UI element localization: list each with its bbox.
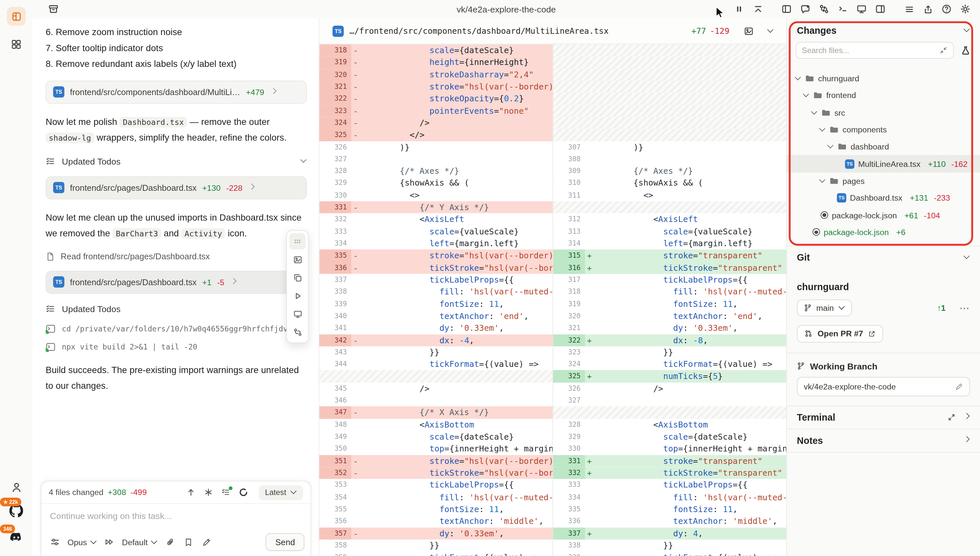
lines-removed: -233	[934, 194, 950, 203]
updated-todos-row[interactable]: Updated Todos	[45, 304, 307, 314]
tree-folder-src[interactable]: src	[787, 104, 980, 121]
workspace-button[interactable]	[7, 7, 26, 26]
notes-section-header[interactable]: Notes	[787, 430, 980, 452]
settings-gear-icon[interactable]	[958, 2, 972, 16]
fast-forward-icon[interactable]	[103, 536, 116, 548]
expand-icon[interactable]	[948, 414, 956, 422]
model-selector[interactable]: Opus	[67, 538, 98, 547]
assistant-numbered-list: 6. Remove zoom instruction noise 7. Soft…	[45, 24, 307, 72]
send-button[interactable]: Send	[266, 533, 304, 551]
diff-row: 320- strokeDasharray="2,4"	[319, 68, 786, 81]
branch-selector[interactable]: main	[797, 299, 852, 316]
asterisk-icon[interactable]	[204, 488, 213, 497]
chat-bubble-icon[interactable]	[798, 2, 812, 16]
tree-folder-pages[interactable]: pages	[787, 173, 980, 189]
spinner-icon[interactable]	[239, 488, 248, 497]
terminal-section-header[interactable]: Terminal	[787, 406, 980, 429]
help-icon[interactable]	[940, 2, 954, 16]
chat-transcript[interactable]: 6. Remove zoom instruction noise 7. Soft…	[32, 18, 318, 478]
chevron-down-icon	[827, 142, 833, 149]
chevron-right-icon	[249, 183, 255, 189]
typescript-icon: TS	[837, 194, 846, 203]
git-compare-icon[interactable]	[289, 324, 306, 340]
file-card-name: frontend/src/pages/Dashboard.tsx	[70, 277, 197, 287]
menu-icon[interactable]	[902, 2, 916, 16]
message-input[interactable]	[41, 504, 311, 534]
diff-line-new: 338 }}	[553, 539, 786, 551]
tree-folder-components[interactable]: components	[787, 121, 980, 138]
inbox-icon[interactable]	[46, 2, 61, 16]
file-change-card-dashboard-2[interactable]: TS frontend/src/pages/Dashboard.tsx +1 -…	[45, 270, 307, 294]
open-pr-button[interactable]: Open PR #7	[797, 325, 883, 343]
changes-section-header[interactable]: Changes	[787, 18, 980, 42]
file-change-card-dashboard[interactable]: TS frontend/src/pages/Dashboard.tsx +130…	[45, 176, 307, 199]
updated-todos-row[interactable]: Updated Todos	[45, 156, 307, 166]
checklist-icon	[45, 156, 56, 166]
share-icon[interactable]	[921, 2, 935, 16]
tree-file-package-lock.json[interactable]: package-lock.json+6	[787, 223, 980, 241]
read-file-row[interactable]: Read frontend/src/pages/Dashboard.tsx	[45, 252, 307, 261]
terminal-icon[interactable]	[836, 2, 850, 16]
diff-row: 357- dy: '0.33em',337+ dy: 4,	[319, 527, 786, 539]
terminal-command-row[interactable]: ✓ cd /private/var/folders/10/h7w0q46556g…	[45, 323, 307, 334]
git-compare-icon[interactable]	[817, 2, 831, 16]
tree-file-package-lock.json[interactable]: package-lock.json+61-104	[787, 207, 980, 223]
todo-list-icon[interactable]	[221, 488, 231, 497]
account-icon[interactable]	[10, 482, 22, 493]
diff-line-old: 353 tickLabelProps={{	[319, 479, 553, 491]
inline-code: shadow-lg	[45, 132, 94, 142]
tree-file-dashboard.tsx[interactable]: TSDashboard.tsx+131-233	[787, 189, 980, 207]
grid-icon[interactable]	[10, 39, 22, 50]
collapse-all-icon[interactable]	[940, 46, 948, 55]
settings-sliders-icon[interactable]	[49, 536, 61, 548]
diff-line-new: 328 <AxisBottom	[553, 419, 786, 431]
mode-selector[interactable]: Default	[121, 538, 158, 547]
play-icon[interactable]	[289, 288, 306, 304]
tree-folder-dashboard[interactable]: dashboard	[787, 138, 980, 155]
diff-line-new: 334 fill: 'hsl(var(--muted-foreground))'…	[553, 491, 786, 503]
chevron-right-icon	[231, 278, 237, 284]
beaker-icon[interactable]	[959, 44, 972, 57]
diff-line-new: 317 tickLabelProps={{	[553, 274, 786, 286]
more-options-icon[interactable]: ⋯	[959, 302, 970, 314]
changes-summary-bar[interactable]: 4 files changed +308 -499 Latest	[41, 482, 311, 504]
drag-handle-icon[interactable]	[289, 233, 306, 249]
pencil-icon[interactable]	[955, 383, 963, 391]
diff-body[interactable]: 318- scale={dateScale}319- height={inner…	[319, 44, 786, 556]
folder-icon	[805, 74, 814, 83]
copy-icon[interactable]	[289, 270, 306, 286]
image-diff-icon[interactable]	[741, 24, 756, 38]
diff-row: 325- </>	[319, 129, 786, 141]
screenshot-icon[interactable]	[289, 251, 306, 268]
typescript-icon: TS	[333, 25, 344, 36]
diff-row: 338 fill: 'hsl(var(--muted-foreground))'…	[319, 286, 786, 298]
diff-line-old: 358 }}	[319, 539, 553, 551]
diff-row: 341 dy: '0.33em',321 dy: '0.33em',	[319, 322, 786, 334]
tree-folder-churnguard[interactable]: churnguard	[787, 70, 980, 87]
collapse-diff-icon[interactable]	[763, 24, 777, 38]
pen-icon[interactable]	[200, 536, 213, 548]
attachment-icon[interactable]	[164, 536, 176, 548]
diff-line-old: 348 <AxisBottom	[319, 419, 553, 431]
chevron-down-icon	[767, 27, 773, 33]
arrow-up-icon[interactable]	[186, 488, 196, 497]
bookmark-icon[interactable]	[182, 536, 194, 548]
monitor-icon[interactable]	[289, 305, 306, 322]
search-input[interactable]: Search files...	[796, 42, 953, 59]
tree-file-multilinearea.tsx[interactable]: TSMultiLineArea.tsx+110-162	[787, 155, 980, 173]
file-change-card-multilinearea[interactable]: TS frontend/src/components/dashboard/Mul…	[45, 80, 307, 103]
version-selector[interactable]: Latest	[258, 485, 303, 500]
chevron-down-icon	[151, 538, 157, 544]
git-section-header[interactable]: Git	[787, 246, 980, 269]
working-branch-input[interactable]: vk/4e2a-explore-the-code	[797, 377, 970, 396]
lines-added: +479	[246, 87, 264, 97]
diff-row: 345 />326 />	[319, 383, 786, 395]
display-icon[interactable]	[854, 2, 869, 16]
panel-left-icon[interactable]	[780, 2, 794, 16]
panel-right-icon[interactable]	[873, 2, 888, 16]
pause-icon[interactable]	[732, 2, 746, 16]
collapse-up-icon[interactable]	[751, 2, 765, 16]
diff-line-old: 350 top={innerHeight + margin.top}	[319, 443, 553, 455]
tree-folder-frontend[interactable]: frontend	[787, 87, 980, 104]
terminal-command-row[interactable]: ✓ npx vite build 2>&1 | tail -20	[45, 342, 307, 352]
